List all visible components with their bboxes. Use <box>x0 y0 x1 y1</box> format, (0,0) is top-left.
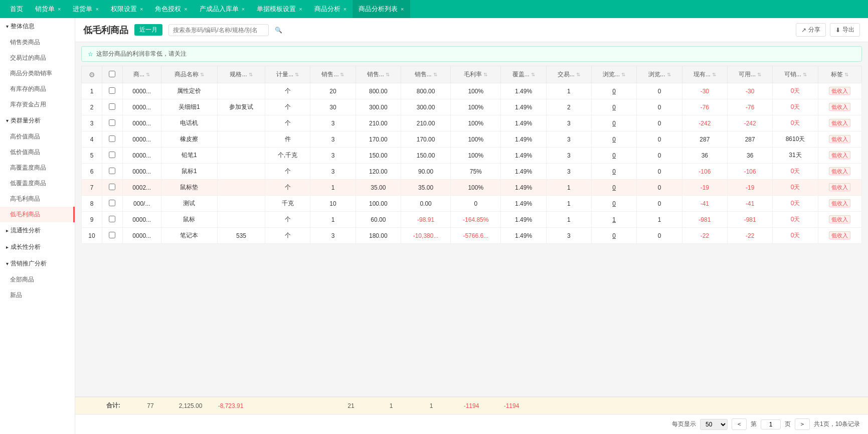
col-header-sales_qty[interactable]: 销售...⇅ <box>310 66 356 83</box>
cell-browse1[interactable]: 0 <box>592 196 637 212</box>
sort-icon[interactable]: ⇅ <box>531 72 535 77</box>
filter-button[interactable]: 近一月 <box>134 24 162 36</box>
search-icon[interactable]: 🔍 <box>275 27 282 34</box>
col-header-available[interactable]: 可用...⇅ <box>728 66 773 83</box>
sort-icon[interactable]: ⇅ <box>757 72 761 77</box>
col-header-coverage[interactable]: 覆盖...⇅ <box>501 66 546 83</box>
sort-icon[interactable]: ⇅ <box>295 72 299 77</box>
cell-browse1[interactable]: 0 <box>592 99 637 115</box>
sidebar-group-header-整体信息[interactable]: ▾整体信息 <box>0 18 75 35</box>
sidebar-item-全部商品[interactable]: 全部商品 <box>0 272 75 287</box>
row-checkbox[interactable] <box>109 135 115 142</box>
sidebar-item-销售类商品[interactable]: 销售类商品 <box>0 35 75 50</box>
browse-link[interactable]: 0 <box>612 168 616 175</box>
col-header-gross_rate[interactable]: 毛利率⇅ <box>451 66 501 83</box>
cell-browse1[interactable]: 0 <box>592 83 637 99</box>
row-checkbox[interactable] <box>109 103 115 110</box>
cell-browse1[interactable]: 0 <box>592 164 637 180</box>
browse-link[interactable]: 0 <box>612 152 616 159</box>
browse-link[interactable]: 0 <box>612 232 616 239</box>
cell-checkbox[interactable] <box>102 228 122 244</box>
close-icon[interactable]: × <box>58 6 61 12</box>
sort-icon[interactable]: ⇅ <box>146 72 150 77</box>
sidebar-item-交易过的商品[interactable]: 交易过的商品 <box>0 50 75 66</box>
cell-browse1[interactable]: 0 <box>592 148 637 164</box>
sort-icon[interactable]: ⇅ <box>844 72 848 77</box>
row-checkbox[interactable] <box>109 87 115 94</box>
sort-icon[interactable]: ⇅ <box>621 72 625 77</box>
nav-item-销货单[interactable]: 销货单× <box>29 0 67 18</box>
col-header-name[interactable]: 商品名称⇅ <box>161 66 217 83</box>
cell-checkbox[interactable] <box>102 212 122 228</box>
cell-browse1[interactable]: 0 <box>592 228 637 244</box>
sort-icon[interactable]: ⇅ <box>340 72 344 77</box>
col-header-unit[interactable]: 计量...⇅ <box>265 66 310 83</box>
share-button[interactable]: ↗ 分享 <box>796 23 826 37</box>
sidebar-group-header-营销推广分析[interactable]: ▾营销推广分析 <box>0 255 75 272</box>
browse-link[interactable]: 0 <box>612 88 616 95</box>
sort-icon[interactable]: ⇅ <box>483 72 487 77</box>
sidebar-item-低毛利商品[interactable]: 低毛利商品 <box>0 207 75 222</box>
sort-icon[interactable]: ⇅ <box>576 72 580 77</box>
nav-item-权限设置[interactable]: 权限设置× <box>105 0 149 18</box>
nav-item-首页[interactable]: 首页 <box>4 0 29 18</box>
sort-icon[interactable]: ⇅ <box>249 72 253 77</box>
row-checkbox[interactable] <box>109 184 115 190</box>
sidebar-group-header-类群量分析[interactable]: ▾类群量分析 <box>0 112 75 129</box>
sidebar-item-高覆盖度商品[interactable]: 高覆盖度商品 <box>0 160 75 176</box>
sort-icon[interactable]: ⇅ <box>803 72 807 77</box>
nav-item-商品分析列表[interactable]: 商品分析列表× <box>353 0 410 18</box>
browse-link[interactable]: 0 <box>612 104 616 111</box>
nav-item-商品分析[interactable]: 商品分析× <box>308 0 353 18</box>
row-checkbox[interactable] <box>109 168 115 174</box>
row-checkbox[interactable] <box>109 152 115 158</box>
row-checkbox[interactable] <box>109 119 115 126</box>
cell-browse1[interactable]: 0 <box>592 131 637 148</box>
col-header-sales_amount[interactable]: 销售...⇅ <box>356 66 401 83</box>
page-input[interactable] <box>761 419 781 429</box>
sidebar-item-商品分类助销率[interactable]: 商品分类助销率 <box>0 66 75 81</box>
nav-item-产成品入库单[interactable]: 产成品入库单× <box>194 0 251 18</box>
row-checkbox[interactable] <box>109 232 115 238</box>
browse-link[interactable]: 0 <box>612 184 616 191</box>
cell-checkbox[interactable] <box>102 196 122 212</box>
sidebar-group-header-流通性分析[interactable]: ▸流通性分析 <box>0 222 75 239</box>
col-header-tag[interactable]: 标签⇅ <box>818 66 861 83</box>
cell-checkbox[interactable] <box>102 99 122 115</box>
col-header-code[interactable]: 商...⇅ <box>122 66 161 83</box>
sort-icon[interactable]: ⇅ <box>200 72 204 77</box>
cell-browse1[interactable]: 0 <box>592 115 637 131</box>
close-icon[interactable]: × <box>299 6 302 12</box>
sidebar-group-header-成长性分析[interactable]: ▸成长性分析 <box>0 239 75 255</box>
sidebar-item-高毛利商品[interactable]: 高毛利商品 <box>0 191 75 207</box>
cell-checkbox[interactable] <box>102 180 122 196</box>
col-header-trade_count[interactable]: 交易...⇅ <box>546 66 591 83</box>
close-icon[interactable]: × <box>242 6 245 12</box>
cell-browse1[interactable]: 0 <box>592 180 637 196</box>
browse-link[interactable]: 1 <box>612 216 616 223</box>
col-header-browse1[interactable]: 浏览...⇅ <box>592 66 637 83</box>
prev-page-button[interactable]: ＜ <box>732 418 747 430</box>
cell-browse1[interactable]: 1 <box>592 212 637 228</box>
close-icon[interactable]: × <box>140 6 143 12</box>
close-icon[interactable]: × <box>95 6 98 12</box>
close-icon[interactable]: × <box>184 6 187 12</box>
sidebar-item-低价值商品[interactable]: 低价值商品 <box>0 144 75 160</box>
sidebar-item-库存资金占用[interactable]: 库存资金占用 <box>0 97 75 112</box>
sidebar-item-低覆盖度商品[interactable]: 低覆盖度商品 <box>0 176 75 191</box>
nav-item-单据模板设置[interactable]: 单据模板设置× <box>251 0 308 18</box>
cell-checkbox[interactable] <box>102 148 122 164</box>
select-all-checkbox[interactable] <box>109 71 115 77</box>
row-checkbox[interactable] <box>109 200 115 206</box>
nav-item-角色授权[interactable]: 角色授权× <box>149 0 193 18</box>
sort-icon[interactable]: ⇅ <box>433 72 437 77</box>
page-size-select[interactable]: 50 100 200 <box>700 419 728 430</box>
col-header-current_stock[interactable]: 现有...⇅ <box>682 66 727 83</box>
sort-icon[interactable]: ⇅ <box>386 72 390 77</box>
browse-link[interactable]: 0 <box>612 120 616 127</box>
cell-checkbox[interactable] <box>102 131 122 148</box>
sidebar-item-新品[interactable]: 新品 <box>0 287 75 303</box>
col-header-spec[interactable]: 规格...⇅ <box>218 66 265 83</box>
nav-item-进货单[interactable]: 进货单× <box>67 0 104 18</box>
col-header-browse2[interactable]: 浏览...⇅ <box>637 66 682 83</box>
